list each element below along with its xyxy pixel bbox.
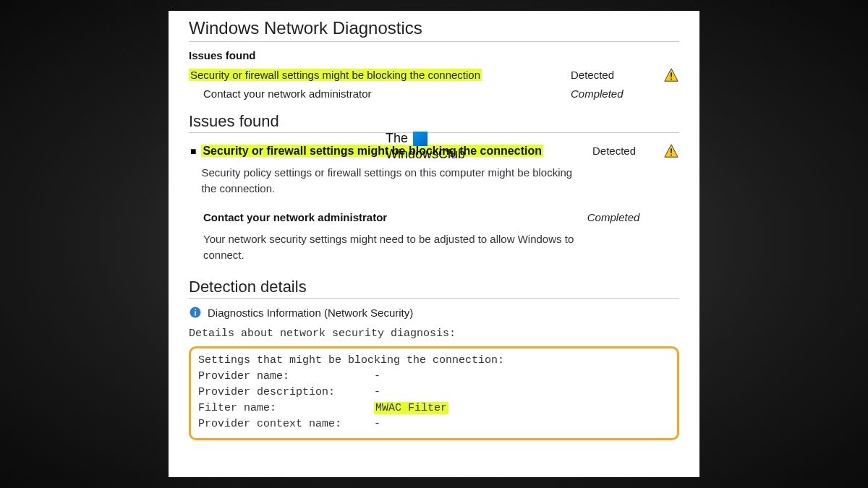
warning-icon [663, 67, 679, 83]
issue-1-action-status: Completed [571, 86, 658, 102]
provider-desc-value: - [374, 386, 380, 398]
diagnostics-info-line: Diagnostics Information (Network Securit… [189, 306, 679, 319]
issues-found-heading-1: Issues found [189, 49, 679, 61]
info-icon [189, 306, 202, 319]
detection-callout-box: Settings that might be blocking the conn… [189, 346, 679, 440]
bullet-icon: ■ [189, 143, 201, 159]
detection-details-heading: Detection details [189, 278, 679, 296]
issue-2-action-status: Completed [587, 210, 660, 263]
divider [189, 41, 679, 42]
issue-2-status: Detected [592, 143, 660, 159]
provider-desc-label: Provider description: [198, 386, 335, 398]
issue-1-text: Security or firewall settings might be b… [189, 69, 482, 81]
filter-name-value: MWAC Filter [374, 402, 448, 414]
provider-name-label: Provider name: [198, 370, 289, 382]
svg-rect-8 [195, 309, 196, 311]
windowsclub-logo-icon [413, 132, 427, 146]
provider-ctx-label: Provider context name: [198, 418, 341, 430]
diagnostics-info-label: Diagnostics Information (Network Securit… [208, 307, 413, 319]
issue-2-action-desc: Your network security settings might nee… [203, 231, 580, 263]
issue-2-desc: Security policy settings or firewall set… [201, 165, 585, 197]
issue-1-action: Contact your network administrator [189, 86, 571, 102]
page-title: Windows Network Diagnostics [189, 18, 679, 38]
svg-rect-4 [671, 148, 672, 153]
issue-1-action-row: Contact your network administrator Compl… [189, 86, 679, 102]
filter-name-label: Filter name: [198, 402, 276, 414]
svg-rect-1 [671, 72, 672, 77]
details-heading-text: Details about network security diagnosis… [189, 326, 679, 342]
issue-2-title: Security or firewall settings might be b… [201, 145, 543, 157]
issues-found-heading-2: Issues found [189, 112, 679, 131]
diagnostics-panel: Windows Network Diagnostics Issues found… [169, 11, 699, 477]
watermark-logo: The WindowsClub [386, 130, 465, 162]
issue-row-1: Security or firewall settings might be b… [189, 67, 679, 83]
svg-rect-2 [671, 79, 672, 80]
issue-2-action: Contact your network administrator Your … [203, 210, 679, 263]
callout-line1: Settings that might be blocking the conn… [198, 354, 504, 367]
warning-icon [663, 143, 679, 159]
provider-ctx-value: - [374, 418, 380, 430]
svg-rect-7 [195, 312, 196, 316]
svg-rect-5 [671, 155, 672, 156]
issue-2-action-title: Contact your network administrator [203, 210, 580, 226]
divider [189, 298, 679, 299]
issue-1-status: Detected [571, 67, 658, 83]
provider-name-value: - [374, 370, 380, 382]
